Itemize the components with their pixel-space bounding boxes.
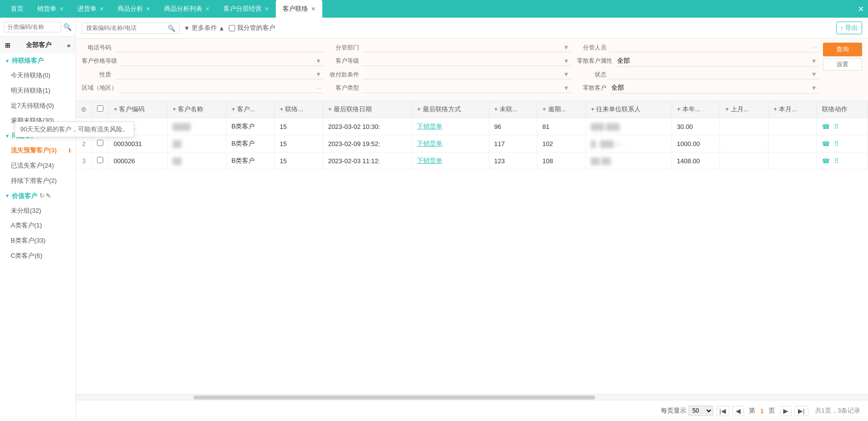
query-button[interactable]: 查询 (823, 43, 862, 56)
horizontal-scrollbar[interactable] (76, 394, 868, 400)
filter-dept-select[interactable]: ▼ (362, 43, 572, 52)
row-last-way-2[interactable]: 下销货单 (412, 152, 489, 170)
filter-person-select[interactable]: ··· (609, 43, 819, 52)
col-checkbox-all[interactable] (92, 101, 109, 118)
col-this-month[interactable]: + 本月... (769, 101, 817, 118)
filter-phone-input[interactable] (114, 43, 324, 52)
sidebar-item-a-class[interactable]: A类客户(1) (0, 218, 75, 233)
chevron-down-icon-ctype: ▼ (563, 84, 569, 92)
col-settings[interactable]: ⚙ (76, 101, 92, 118)
sidebar-section-pending[interactable]: ▼ 待联络客户 (0, 53, 75, 68)
sidebar-item-declining[interactable]: 持续下滑客户(2) (0, 173, 75, 189)
sidebar-section-value[interactable]: ▼ 价值客户 ↻ ✎ (0, 189, 75, 203)
toolbar-search-input[interactable] (86, 25, 168, 31)
tab-home[interactable]: 首页 (4, 0, 30, 18)
export-button[interactable]: ↑ 导出 (836, 22, 863, 34)
col-customer-type[interactable]: + 客户... (226, 101, 275, 118)
filter-more-button[interactable]: ▼ 更多条件 ▲ (184, 24, 225, 32)
first-page-button[interactable]: |◀ (716, 406, 729, 416)
action-more-icon-2[interactable]: ⠿ (834, 157, 839, 165)
close-window-button[interactable]: ✕ (858, 4, 864, 14)
col-contact[interactable]: + 联络... (275, 101, 323, 118)
tab-close-customer-layering[interactable]: ✕ (265, 6, 269, 12)
tab-close-sales-order[interactable]: ✕ (59, 6, 64, 12)
filter-nature-label: 性质 (82, 71, 111, 79)
col-last-contact-way[interactable]: + 最后联络方式 (412, 101, 489, 118)
action-more-icon-0[interactable]: ⠿ (834, 123, 839, 130)
filter-customer-type-select[interactable]: ▼ (362, 83, 572, 93)
filter-sparse-attr-select[interactable]: 全部 ▼ (615, 55, 819, 67)
action-contact-icon-1[interactable]: ☎ (822, 140, 830, 148)
action-contact-icon-0[interactable]: ☎ (822, 123, 830, 130)
sidebar-all-customers[interactable]: ⊞ 全部客户 « (0, 37, 75, 53)
settings-gear-icon[interactable]: ⚙ (81, 106, 87, 113)
action-buttons: 查询 设置 (823, 43, 862, 71)
row-lastmonth-2 (720, 152, 769, 170)
col-contact-person[interactable]: + 往来单位联系人 (585, 101, 672, 118)
action-contact-icon-2[interactable]: ☎ (822, 157, 830, 165)
col-uncontact[interactable]: + 未联... (489, 101, 537, 118)
tab-product-analysis-list[interactable]: 商品分析列表 ✕ (157, 0, 217, 18)
row-overdue-2: 108 (537, 152, 586, 170)
tab-close-customer-contact[interactable]: ✕ (311, 6, 315, 12)
scrollbar-thumb[interactable] (193, 396, 595, 399)
tab-customer-layering[interactable]: 客户分层经营 ✕ (217, 0, 276, 18)
toolbar-search-box: 🔍 (82, 23, 180, 34)
sidebar-item-tomorrow-pending[interactable]: 明天待联络(1) (0, 83, 75, 99)
export-icon: ↑ (841, 25, 844, 32)
table-row: 2 00030031 ██ B类客户 15 2023-02-09 19:52: … (76, 135, 868, 152)
col-this-year[interactable]: + 本年... (672, 101, 720, 118)
row-contact-0: 15 (275, 118, 323, 135)
sidebar-search-icon[interactable]: 🔍 (63, 23, 72, 31)
refresh-icon[interactable]: ↻ (39, 192, 45, 199)
col-customer-code[interactable]: + 客户编码 (109, 101, 168, 118)
edit-icon[interactable]: ✎ (46, 192, 51, 199)
tab-close-product-analysis-list[interactable]: ✕ (205, 6, 210, 12)
row-checkbox-2[interactable] (92, 152, 109, 170)
tab-customer-contact[interactable]: 客户联络 ✕ (276, 0, 322, 18)
chevron-down-icon-cgrade: ▼ (563, 57, 569, 65)
tab-close-purchase-order[interactable]: ✕ (99, 6, 104, 12)
toolbar-search-icon[interactable]: 🔍 (168, 25, 175, 32)
row-last-way-1[interactable]: 下销货单 (412, 135, 489, 152)
sidebar-item-today-pending[interactable]: 今天待联络(0) (0, 68, 75, 83)
col-last-month[interactable]: + 上月... (720, 101, 769, 118)
tab-close-product-analysis[interactable]: ✕ (146, 6, 150, 12)
sidebar-item-ungrouped[interactable]: 未分组(32) (0, 203, 75, 219)
tab-sales-order[interactable]: 销货单 ✕ (30, 0, 71, 18)
filter-nature-select[interactable]: ▼ (114, 70, 324, 79)
prev-page-button[interactable]: ◀ (732, 406, 744, 416)
sidebar-search-input[interactable] (4, 22, 61, 32)
sidebar-item-7days-pending[interactable]: 近7天待联络(0) (0, 99, 75, 114)
col-customer-name[interactable]: + 客户名称 (168, 101, 226, 118)
filter-panel: 电话号码 分管部门 ▼ 分管人员 (76, 39, 868, 101)
tab-purchase-order[interactable]: 进货单 ✕ (71, 0, 111, 18)
toolbar: 🔍 ▼ 更多条件 ▲ 我分管的客户 ↑ 导出 (76, 18, 868, 39)
next-page-button[interactable]: ▶ (780, 406, 792, 416)
filter-status-select[interactable]: ▼ (609, 70, 819, 79)
filter-sparse-select[interactable]: 全部 ▼ (609, 82, 819, 94)
tab-product-analysis[interactable]: 商品分析 ✕ (111, 0, 157, 18)
row-checkbox-1[interactable] (92, 135, 109, 152)
sidebar-item-b-class[interactable]: B类客户(33) (0, 233, 75, 248)
settings-button[interactable]: 设置 (823, 58, 862, 71)
filter-payment-select[interactable]: ▼ (362, 70, 572, 79)
my-customers-checkbox[interactable] (229, 25, 235, 31)
action-more-icon-1[interactable]: ⠿ (834, 140, 839, 148)
row-last-way-0[interactable]: 下销货单 (412, 118, 489, 135)
sidebar-item-churned[interactable]: 已流失客户(24) (0, 158, 75, 173)
sidebar-item-churn-warning[interactable]: 流失预警客户(3) ℹ (0, 143, 75, 158)
filter-status: 状态 ▼ (577, 70, 819, 79)
sidebar-collapse-icon[interactable]: « (67, 42, 71, 49)
col-last-contact-date[interactable]: + 最后联络日期 (323, 101, 412, 118)
col-overdue[interactable]: + 逾期... (537, 101, 586, 118)
per-page-select[interactable]: 50 20 100 (688, 405, 713, 416)
filter-customer-grade-select[interactable]: ▼ (362, 56, 572, 66)
select-all-checkbox[interactable] (97, 105, 103, 112)
chevron-down-icon-dept: ▼ (563, 44, 569, 51)
filter-price-grade-select[interactable]: ▼ (120, 56, 324, 66)
sidebar-item-c-class[interactable]: C类客户(6) (0, 248, 75, 264)
filter-region-select[interactable]: ··· (120, 83, 324, 93)
last-page-button[interactable]: ▶| (795, 406, 808, 416)
filter-row-2: 客户价格等级 ▼ 客户等级 ▼ (82, 55, 819, 67)
